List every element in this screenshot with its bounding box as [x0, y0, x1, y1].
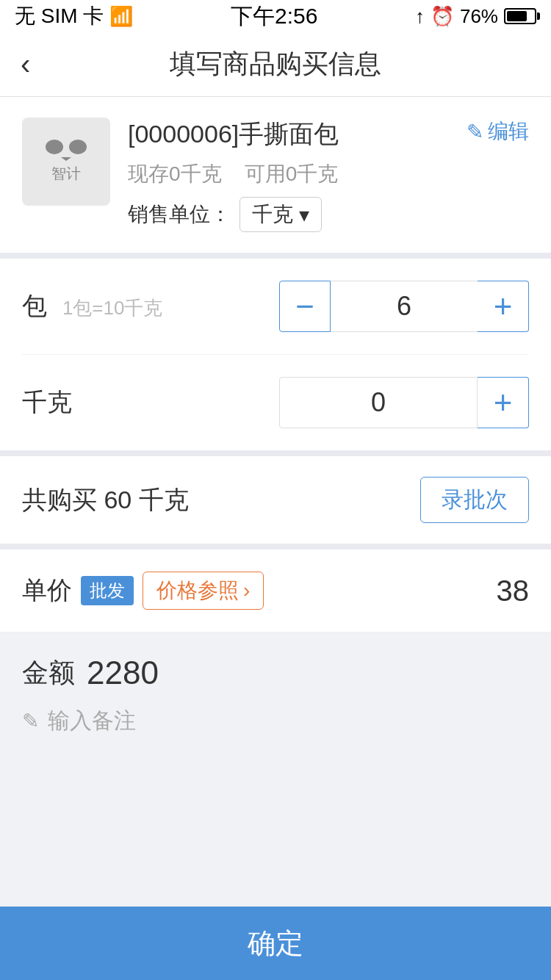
status-bar: 无 SIM 卡 📶 下午2:56 ↑ ⏰ 76%: [0, 0, 551, 32]
kg-row: 千克 +: [22, 355, 529, 450]
product-card: 智计 ✎ 编辑 [0000006]手撕面包 现存0千克 可用0千克 销售单位： …: [0, 97, 551, 259]
amount-label: 金额: [22, 655, 75, 691]
edit-button[interactable]: ✎ 编辑: [467, 118, 529, 145]
battery-percent: 76%: [460, 5, 498, 28]
kg-control: +: [279, 377, 529, 428]
kg-increase-button[interactable]: +: [478, 377, 529, 428]
owl-eyes: [46, 140, 87, 154]
available-label: 可用0千克: [245, 162, 339, 185]
price-label-group: 单价 批发 价格参照 ›: [22, 572, 264, 610]
status-time: 下午2:56: [231, 1, 317, 32]
edit-label: 编辑: [488, 118, 529, 145]
product-title: 手撕面包: [239, 120, 339, 148]
total-text: 共购买 60 千克: [22, 483, 189, 517]
edit-icon: ✎: [467, 120, 483, 144]
amount-value: 2280: [87, 655, 159, 691]
price-section: 单价 批发 价格参照 › 38: [0, 550, 551, 633]
price-value: 38: [497, 574, 530, 608]
amount-section: 金额 2280 ✎ 输入备注: [0, 633, 551, 751]
product-image: 智计: [22, 118, 110, 206]
kg-label: 千克: [22, 386, 72, 419]
status-right: ↑ ⏰ 76%: [415, 5, 536, 28]
unit-arrow: ▾: [299, 203, 309, 227]
stock-label: 现存0千克: [128, 162, 222, 185]
battery-icon: [504, 8, 536, 24]
product-info-container: ✎ 编辑 [0000006]手撕面包 现存0千克 可用0千克 销售单位： 千克 …: [128, 118, 529, 232]
unit-selector[interactable]: 千克 ▾: [240, 197, 322, 232]
unit-value: 千克: [252, 201, 293, 228]
unit-label: 销售单位：: [128, 201, 231, 228]
owl-eye-left: [46, 140, 63, 154]
bao-label: 包: [22, 292, 47, 320]
price-ref-label: 价格参照: [156, 577, 239, 605]
owl-beak: [61, 157, 71, 161]
nav-bar: ‹ 填写商品购买信息: [0, 32, 551, 97]
location-icon: ↑: [415, 5, 425, 28]
product-stock: 现存0千克 可用0千克: [128, 160, 529, 188]
bao-input[interactable]: [331, 281, 478, 332]
note-row[interactable]: ✎ 输入备注: [22, 706, 529, 736]
wifi-icon: 📶: [109, 5, 133, 28]
bao-label-group: 包 1包=10千克: [22, 289, 162, 323]
back-button[interactable]: ‹: [21, 48, 30, 81]
price-type-tag: 批发: [81, 576, 134, 605]
note-placeholder: 输入备注: [48, 706, 136, 736]
amount-row: 金额 2280: [22, 655, 529, 691]
product-logo: 智计: [37, 140, 96, 184]
alarm-icon: ⏰: [431, 5, 454, 28]
kg-input[interactable]: [279, 377, 478, 428]
status-left: 无 SIM 卡 📶: [15, 2, 133, 30]
bao-row: 包 1包=10千克 − +: [22, 259, 529, 355]
carrier-label: 无 SIM 卡: [15, 2, 104, 30]
quantity-section: 包 1包=10千克 − + 千克 +: [0, 259, 551, 456]
bao-increase-button[interactable]: +: [478, 281, 529, 332]
logo-text: 智计: [51, 164, 81, 184]
bao-sublabel: 1包=10千克: [62, 297, 163, 319]
bao-decrease-button[interactable]: −: [279, 281, 331, 332]
product-unit-row: 销售单位： 千克 ▾: [128, 197, 529, 232]
product-code: [0000006]: [128, 120, 239, 148]
price-ref-arrow: ›: [243, 579, 250, 602]
bao-control: − +: [279, 281, 529, 332]
confirm-button[interactable]: 确定: [0, 907, 551, 980]
total-row: 共购买 60 千克 录批次: [0, 456, 551, 550]
price-reference-button[interactable]: 价格参照 ›: [143, 572, 264, 610]
batch-button[interactable]: 录批次: [420, 477, 529, 523]
price-row: 单价 批发 价格参照 › 38: [22, 572, 529, 632]
price-label: 单价: [22, 574, 72, 608]
page-title: 填写商品购买信息: [170, 46, 381, 82]
note-icon: ✎: [22, 709, 39, 733]
owl-eye-right: [69, 140, 87, 154]
